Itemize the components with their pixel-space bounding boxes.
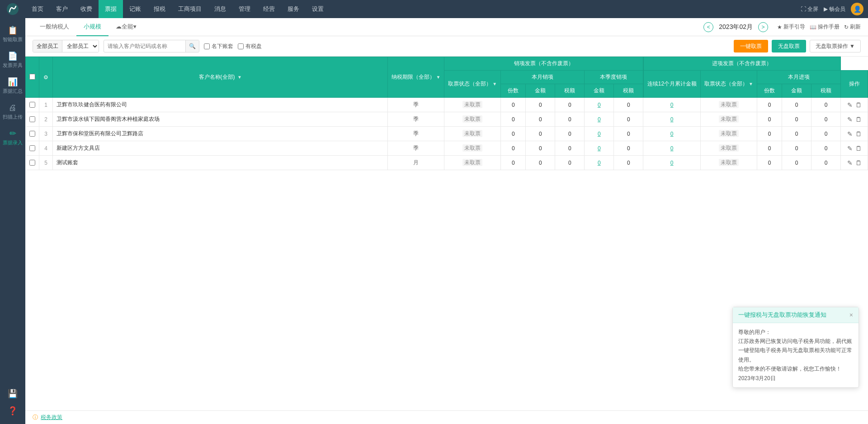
tab-general-taxpayer[interactable]: 一般纳税人 bbox=[33, 18, 76, 36]
sales-quarter-amount-link[interactable]: 0 bbox=[598, 131, 601, 137]
row-12month: 0 bbox=[643, 98, 701, 112]
date-display: 2023年02月 bbox=[719, 23, 753, 31]
search-input[interactable] bbox=[104, 43, 185, 49]
12month-link[interactable]: 0 bbox=[670, 160, 674, 166]
row-checkbox-cell[interactable] bbox=[26, 127, 39, 141]
row-actions: ✎ 🗒 bbox=[841, 141, 868, 156]
edit-action-btn[interactable]: ✎ bbox=[847, 101, 853, 109]
row-number: 1 bbox=[44, 102, 47, 108]
nav-home[interactable]: 首页 bbox=[25, 0, 50, 18]
detail-action-btn[interactable]: 🗒 bbox=[855, 145, 862, 152]
scan-upload-icon: 🖨 bbox=[9, 104, 17, 112]
new-guide-btn[interactable]: ★ 新手引导 bbox=[777, 23, 805, 31]
notification-close-btn[interactable]: × bbox=[849, 311, 853, 319]
12month-link[interactable]: 0 bbox=[670, 116, 674, 123]
sales-status-tag: 未取票 bbox=[462, 130, 482, 137]
refresh-btn[interactable]: ↻ 刷新 bbox=[844, 23, 861, 31]
row-sales-quarter-amount: 0 bbox=[585, 127, 614, 141]
user-avatar[interactable]: 👤 bbox=[851, 3, 863, 15]
date-prev-btn[interactable]: < bbox=[703, 22, 713, 32]
sales-status-tag: 未取票 bbox=[462, 159, 482, 166]
detail-action-btn[interactable]: 🗒 bbox=[855, 130, 862, 138]
no-disk-ops-btn[interactable]: 无盘取票操作 ▼ bbox=[810, 40, 861, 52]
no-disk-ticket-btn[interactable]: 无盘取票 bbox=[772, 40, 806, 52]
nav-operate[interactable]: 经营 bbox=[257, 0, 281, 18]
manual-btn[interactable]: 📖 操作手册 bbox=[810, 23, 840, 31]
sidebar-help[interactable]: ❓ bbox=[0, 402, 25, 419]
edit-action-btn[interactable]: ✎ bbox=[847, 116, 853, 123]
th-checkbox[interactable] bbox=[26, 57, 39, 98]
row-checkbox[interactable] bbox=[29, 116, 35, 122]
row-purchase-status: 未取票 bbox=[701, 127, 757, 141]
sidebar-label-smart-ticket: 智能取票 bbox=[3, 36, 23, 43]
tax-disk-checkbox-label[interactable]: 有税盘 bbox=[238, 43, 262, 50]
sidebar-download[interactable]: 💾 bbox=[0, 385, 25, 402]
member-btn[interactable]: ▶ 畅会员 bbox=[824, 5, 845, 13]
row-checkbox[interactable] bbox=[29, 131, 35, 137]
th-tax-period: 纳税期限（全部）▼ bbox=[388, 57, 444, 98]
nav-bookkeeping[interactable]: 记账 bbox=[123, 0, 147, 18]
row-checkbox[interactable] bbox=[29, 102, 35, 108]
tab-all-capability[interactable]: ☁ 全能 ▾ bbox=[108, 18, 144, 36]
employee-select[interactable]: 全部员工 bbox=[62, 40, 99, 52]
sales-quarter-amount-link[interactable]: 0 bbox=[598, 160, 601, 166]
12month-link[interactable]: 0 bbox=[670, 102, 674, 108]
nav-tax[interactable]: 报税 bbox=[147, 0, 172, 18]
row-checkbox[interactable] bbox=[29, 160, 35, 166]
nav-settings[interactable]: 设置 bbox=[306, 0, 330, 18]
row-purchase-month-tax: 0 bbox=[811, 112, 841, 127]
row-12month: 0 bbox=[643, 156, 701, 170]
edit-action-btn[interactable]: ✎ bbox=[847, 130, 853, 138]
sidebar-item-invoice-open[interactable]: 📄 发票开具 bbox=[0, 48, 25, 73]
row-checkbox[interactable] bbox=[29, 145, 35, 151]
nav-customer[interactable]: 客户 bbox=[50, 0, 74, 18]
sidebar-item-ticket-entry[interactable]: ✏ 票据录入 bbox=[0, 125, 25, 151]
tax-disk-checkbox[interactable] bbox=[238, 43, 244, 49]
detail-action-btn[interactable]: 🗒 bbox=[855, 101, 862, 109]
top-navigation: 首页 客户 收费 票据 记账 报税 工商项目 消息 管理 经营 服务 设置 ⛶ … bbox=[0, 0, 868, 18]
sub-tabs-bar: 一般纳税人 小规模 ☁ 全能 ▾ < 2023年02月 > ★ 新手引导 📖 操… bbox=[25, 18, 868, 36]
sales-status-filter-icon[interactable]: ▼ bbox=[492, 81, 497, 86]
row-num-cell: 1 bbox=[39, 98, 53, 112]
nav-invoice[interactable]: 票据 bbox=[99, 0, 123, 18]
footer-tax-policy-link[interactable]: 税务政策 bbox=[41, 414, 62, 421]
row-sales-month-tax: 0 bbox=[555, 141, 585, 156]
row-checkbox-cell[interactable] bbox=[26, 141, 39, 156]
fullscreen-btn[interactable]: ⛶ 全屏 bbox=[801, 5, 818, 13]
row-checkbox-cell[interactable] bbox=[26, 98, 39, 112]
detail-action-btn[interactable]: 🗒 bbox=[855, 159, 862, 167]
tab-small-scale[interactable]: 小规模 bbox=[76, 18, 108, 36]
detail-action-btn[interactable]: 🗒 bbox=[855, 116, 862, 123]
12month-link[interactable]: 0 bbox=[670, 145, 674, 152]
sidebar-item-invoice-summary[interactable]: 📊 票据汇总 bbox=[0, 73, 25, 99]
customer-filter-icon[interactable]: ▼ bbox=[237, 75, 242, 80]
nav-fee[interactable]: 收费 bbox=[74, 0, 99, 18]
settings-icon[interactable]: ⚙ bbox=[43, 74, 48, 81]
one-key-ticket-btn[interactable]: 一键取票 bbox=[734, 40, 768, 52]
12month-link[interactable]: 0 bbox=[670, 131, 674, 137]
search-button[interactable]: 🔍 bbox=[185, 40, 199, 52]
row-checkbox-cell[interactable] bbox=[26, 156, 39, 170]
edit-action-btn[interactable]: ✎ bbox=[847, 145, 853, 152]
sidebar-item-smart-ticket[interactable]: 📋 智能取票 bbox=[0, 22, 25, 48]
sidebar-item-scan-upload[interactable]: 🖨 扫描上传 bbox=[0, 99, 25, 125]
tax-period-filter-icon[interactable]: ▼ bbox=[436, 75, 440, 80]
row-actions: ✎ 🗒 bbox=[841, 127, 868, 141]
nav-business[interactable]: 工商项目 bbox=[172, 0, 208, 18]
edit-action-btn[interactable]: ✎ bbox=[847, 159, 853, 167]
nav-manage[interactable]: 管理 bbox=[232, 0, 257, 18]
sales-quarter-amount-link[interactable]: 0 bbox=[598, 145, 601, 152]
sales-quarter-amount-link[interactable]: 0 bbox=[598, 116, 601, 123]
row-checkbox-cell[interactable] bbox=[26, 112, 39, 127]
table-row: 5 测试账套 月 未取票 0 0 0 0 0 0 未取票 0 0 0 ✎ 🗒 bbox=[26, 156, 868, 170]
date-next-btn[interactable]: > bbox=[758, 22, 768, 32]
nav-service[interactable]: 服务 bbox=[281, 0, 306, 18]
select-all-checkbox[interactable] bbox=[29, 74, 35, 80]
purchase-status-tag: 未取票 bbox=[719, 144, 739, 152]
row-number: 5 bbox=[44, 160, 47, 166]
sales-quarter-amount-link[interactable]: 0 bbox=[598, 102, 601, 108]
nav-message[interactable]: 消息 bbox=[208, 0, 232, 18]
purchase-status-filter-icon[interactable]: ▼ bbox=[749, 81, 753, 86]
my-account-checkbox[interactable] bbox=[204, 43, 210, 49]
my-account-checkbox-label[interactable]: 名下账套 bbox=[204, 43, 233, 50]
